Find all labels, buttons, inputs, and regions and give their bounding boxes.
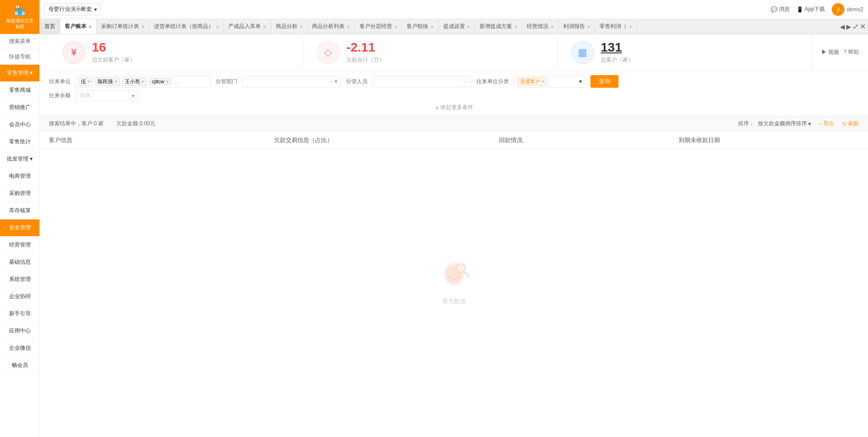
sidebar-item-operation[interactable]: 经营管理 — [0, 237, 39, 254]
ellipsis-icon: ··· — [463, 78, 468, 85]
tab-customer-contact[interactable]: 客户联络 × — [402, 19, 438, 34]
help-button[interactable]: ? 帮助 — [844, 48, 859, 56]
tab-add-commission[interactable]: 新增提成方案 × — [475, 19, 522, 34]
sidebar-item-retail-stats[interactable]: 零售统计 — [0, 133, 39, 151]
filter-tag-wang[interactable]: 王小亮 × — [122, 77, 147, 86]
sidebar-item-wholesale[interactable]: 批发管理 ▾ — [0, 151, 39, 168]
app-download-button[interactable]: 📱 App下载 — [796, 5, 825, 13]
user-area[interactable]: d demo2 — [832, 3, 863, 16]
message-button[interactable]: 💬 消息 — [771, 5, 790, 13]
stat-icon-customers: ¥ — [62, 41, 85, 64]
topbar: 母婴行业演示帐套 ▾ 💬 消息 📱 App下载 d demo2 — [40, 0, 868, 19]
tab-close-icon[interactable]: × — [89, 24, 91, 29]
tab-close-icon[interactable]: × — [300, 24, 302, 29]
sidebar-item-vip[interactable]: 畅会员 — [0, 357, 39, 374]
tab-close-icon[interactable]: × — [551, 24, 553, 29]
tab-close-icon[interactable]: × — [587, 24, 590, 29]
filter-tag-chen[interactable]: 陈民强 × — [95, 77, 120, 86]
stats-header: ¥ 16 总欠款客户（家） ◇ -2.11 欠款合计（万） ▦ 131 总客户（… — [40, 34, 868, 71]
export-button[interactable]: ↑ 导出 — [819, 120, 834, 128]
tab-close-icon[interactable]: × — [467, 24, 470, 29]
sidebar-item-collab[interactable]: 企业协同 — [0, 288, 39, 305]
tag-close-icon[interactable]: × — [141, 79, 144, 84]
tab-customer-tier[interactable]: 客户分层经营 × — [355, 19, 402, 34]
no-data-illustration — [436, 254, 472, 290]
sidebar-item-retail-mall[interactable]: 零售商城 — [0, 82, 39, 99]
tab-close-icon[interactable]: × — [394, 24, 397, 29]
tab-next-icon[interactable]: ▶ — [846, 23, 851, 30]
sidebar-item-retail[interactable]: 零售管理 ▾ — [0, 65, 39, 82]
sidebar-item-marketing[interactable]: 营销推广 — [0, 99, 39, 116]
tag-close-icon[interactable]: × — [542, 79, 544, 84]
sidebar-item-newbie[interactable]: 新手引导 — [0, 305, 39, 323]
tab-home[interactable]: 首页 — [40, 19, 60, 34]
filter-person-select[interactable]: ··· — [372, 76, 472, 87]
page-content: ¥ 16 总欠款客户（家） ◇ -2.11 欠款合计（万） ▦ 131 总客户（… — [40, 34, 868, 437]
sidebar-item-system[interactable]: 系统管理 — [0, 271, 39, 288]
search-menu[interactable]: 搜索菜单 — [0, 34, 39, 49]
tab-close-icon[interactable]: × — [431, 24, 433, 29]
sidebar-item-basic-info[interactable]: 基础信息 — [0, 254, 39, 271]
tab-retail-profit[interactable]: 零售利润（ × — [595, 19, 637, 34]
tag-close-icon[interactable]: × — [114, 79, 117, 84]
tab-operation-status[interactable]: 经营情况 × — [522, 19, 558, 34]
sidebar-item-ecommerce[interactable]: 电商管理 — [0, 168, 39, 185]
tab-commission-setting[interactable]: 提成设置 × — [439, 19, 475, 34]
tab-product-analysis-list[interactable]: 商品分析列表 × — [307, 19, 355, 34]
username-label: demo2 — [847, 6, 863, 13]
sidebar-item-app-center[interactable]: 应用中心 — [0, 323, 39, 340]
video-button[interactable]: ▶ 视频 — [821, 48, 839, 56]
filter-dept-select[interactable]: ··· ▾ — [242, 76, 341, 87]
collapse-button[interactable]: ∧ 收起更多条件 — [435, 104, 473, 111]
stat-value-customers: 16 — [92, 41, 135, 55]
sidebar-item-wechat[interactable]: 企业微信 — [0, 340, 39, 357]
filter-unit-type-select[interactable]: 普通客户 × ▾ — [513, 76, 586, 88]
tab-close-icon[interactable]: × — [629, 24, 632, 29]
export-icon: ↑ — [819, 121, 822, 127]
tabbar: 首页 客户账本 × 采购订单统计表 × 进货单统计表（按商品） × 产成品入库单… — [40, 19, 868, 34]
topbar-right: 💬 消息 📱 App下载 d demo2 — [771, 3, 863, 16]
refresh-button[interactable]: ↻ 刷新 — [842, 120, 859, 128]
tab-close-icon[interactable]: × — [141, 24, 144, 29]
sidebar-item-member[interactable]: 会员中心 — [0, 116, 39, 133]
account-selector[interactable]: 母婴行业演示帐套 ▾ — [44, 3, 101, 15]
filter-tag-ordinary[interactable]: 普通客户 × — [518, 77, 547, 86]
tab-profit-report[interactable]: 利润报告 × — [559, 19, 595, 34]
tab-close-icon[interactable]: × — [263, 24, 266, 29]
tab-purchase-order-stats[interactable]: 采购订单统计表 × — [96, 19, 149, 34]
sidebar-item-purchase[interactable]: 采购管理 — [0, 185, 39, 202]
tab-close-icon[interactable]: × — [514, 24, 517, 29]
filter-remainder-select[interactable]: 选择... ▾ — [75, 90, 139, 101]
sidebar: 🏪 畅捷通好生意 标版 搜索菜单 快捷导航 零售管理 ▾ 零售商城 营销推广 会… — [0, 0, 40, 437]
sidebar-item-finance[interactable]: 资金管理 — [0, 219, 39, 237]
filter-tag-cjttcw[interactable]: cjttcw × — [149, 78, 171, 85]
stat-value-arrears: -2.11 — [346, 41, 384, 55]
tab-customer-ledger[interactable]: 客户账本 × — [60, 19, 96, 34]
ellipsis-icon: ··· — [329, 78, 333, 85]
avatar: d — [832, 3, 844, 16]
tab-purchase-stats-by-product[interactable]: 进货单统计表（按商品） × — [149, 19, 224, 34]
filter-tag-wu[interactable]: 伍 × — [78, 77, 93, 86]
col-header-repayment: 回款情况 — [499, 136, 679, 144]
stat-numbers-total: 131 总客户（家） — [601, 41, 633, 64]
tab-close-icon[interactable]: × — [347, 24, 350, 29]
svg-point-3 — [457, 264, 464, 271]
tab-product-analysis[interactable]: 商品分析 × — [271, 19, 307, 34]
tab-product-in[interactable]: 产成品入库单 × — [224, 19, 271, 34]
tab-close-icon[interactable]: × — [216, 24, 219, 29]
tag-close-icon[interactable]: × — [87, 79, 90, 84]
tag-close-icon[interactable]: × — [166, 79, 168, 84]
query-button[interactable]: 查询 — [590, 75, 619, 88]
chevron-down-icon: ▾ — [132, 93, 134, 99]
chevron-up-icon: ∧ — [435, 104, 439, 111]
stat-label-total: 总客户（家） — [601, 56, 633, 64]
filter-unit-tags[interactable]: 伍 × 陈民强 × 王小亮 × cjttcw × ... — [75, 76, 211, 88]
sidebar-item-inventory[interactable]: 库存核算 — [0, 202, 39, 219]
filter-more-tags[interactable]: ... — [173, 78, 178, 85]
tab-expand-icon[interactable]: ⤢ — [853, 22, 858, 31]
tab-close-all-icon[interactable]: ✕ — [860, 22, 866, 31]
empty-state: 暂无数据 — [40, 149, 868, 437]
sort-selector[interactable]: 按欠款金额倒序排序 ▾ — [758, 120, 811, 128]
quick-nav[interactable]: 快捷导航 — [0, 49, 39, 65]
tab-prev-icon[interactable]: ◀ — [840, 23, 845, 30]
